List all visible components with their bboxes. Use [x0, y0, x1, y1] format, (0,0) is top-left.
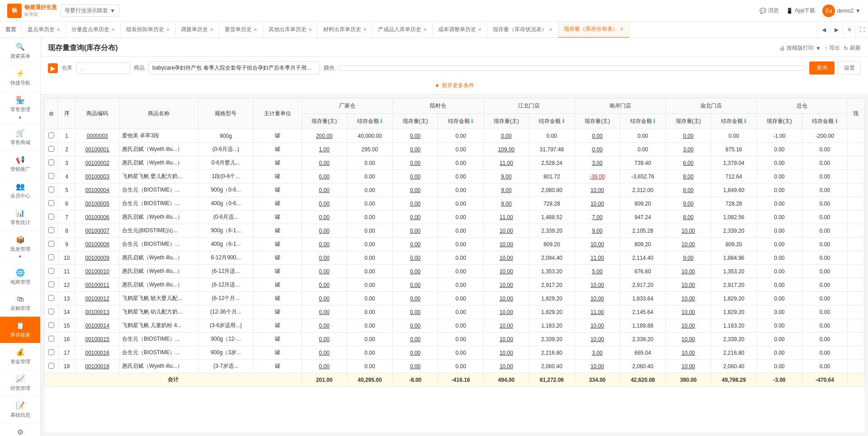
row-check[interactable]	[45, 197, 58, 211]
row-check[interactable]	[45, 224, 58, 238]
row-check[interactable]	[45, 143, 58, 156]
row-check[interactable]	[45, 156, 58, 170]
tab-next-btn[interactable]: ▶	[830, 22, 843, 38]
row-yuanbei-qty: 10.00	[665, 360, 711, 373]
export-icon: ↑	[825, 45, 827, 52]
row-unit: 罐	[254, 156, 302, 170]
row-check[interactable]	[45, 292, 58, 305]
row-check[interactable]	[45, 265, 58, 278]
tab-transfer[interactable]: 调拨单历史 ✕	[175, 22, 219, 38]
message-btn[interactable]: 💬 消息	[760, 7, 779, 14]
row-more	[848, 333, 864, 346]
tab-prev-btn[interactable]: ◀	[817, 22, 830, 38]
row-total-qty: 0.00	[757, 278, 802, 292]
sidebar-item-inventory[interactable]: 📋 库存核算	[0, 317, 40, 343]
row-nanbin-qty: -39.00	[575, 170, 620, 183]
tab-stock-status[interactable]: 现存量（库存状况表） ✕	[487, 22, 558, 38]
sidebar-item-search[interactable]: 🔍 搜索英单	[0, 38, 40, 65]
tab-stock-dist[interactable]: 现存量（库存分布表） ✕	[558, 22, 629, 38]
row-total-amt: 0.00	[802, 183, 848, 197]
close-icon[interactable]: ✕	[478, 27, 481, 32]
row-check[interactable]	[45, 305, 58, 319]
sidebar-item-shop[interactable]: 🛒 零售商城	[0, 124, 40, 151]
stat-icon: 📊	[16, 209, 25, 217]
row-check[interactable]	[45, 360, 58, 373]
row-jiangbei-qty: 11.00	[484, 156, 529, 170]
query-button[interactable]: 查询	[809, 61, 835, 75]
row-yuanbei-amt: 1,829.20	[711, 292, 757, 305]
sidebar-item-operations[interactable]: 📈 经营管理	[0, 370, 40, 397]
sidebar-item-purchase[interactable]: 🛍 采购管理	[0, 291, 40, 317]
expand-conditions-btn[interactable]: ▼ 展开更多条件	[434, 82, 474, 89]
tab-expand-btn[interactable]: ⛶	[855, 22, 868, 38]
sidebar-item-finance[interactable]: 💰 资金管理	[0, 343, 40, 370]
row-nanbin-amt: 2,339.20	[620, 333, 665, 346]
sidebar-item-retail-stat[interactable]: 📊 零售统计	[0, 204, 40, 231]
tab-close-btn[interactable]: ✕	[843, 22, 855, 38]
close-icon[interactable]: ✕	[111, 27, 115, 32]
row-check[interactable]	[45, 346, 58, 360]
row-village-amt: 0.00	[438, 129, 484, 143]
th-more: 现	[848, 98, 864, 129]
row-check[interactable]	[45, 211, 58, 224]
row-check[interactable]	[45, 129, 58, 143]
row-unit: 罐	[254, 292, 302, 305]
close-icon[interactable]: ✕	[620, 27, 623, 32]
sidebar-item-member[interactable]: 👥 会员中心	[0, 178, 40, 204]
refresh-btn[interactable]: ↻ 刷新	[844, 44, 861, 52]
row-factory-amt: 0.00	[347, 346, 392, 360]
close-icon[interactable]: ✕	[363, 27, 367, 32]
close-icon[interactable]: ✕	[423, 27, 427, 32]
tab-assemble[interactable]: 组装拆卸单历史 ✕	[121, 22, 175, 38]
close-icon[interactable]: ✕	[308, 27, 312, 32]
sidebar-item-retail[interactable]: 🏪 零售管理 ▲	[0, 91, 40, 124]
th-settings[interactable]: ⚙	[45, 98, 58, 129]
tab-product-in[interactable]: 产成品入库单历史 ✕	[373, 22, 433, 38]
sidebar-item-system[interactable]: ⚙ 系统管理	[0, 423, 40, 436]
sidebar-item-wholesale[interactable]: 📦 批发管理 ▼	[0, 231, 40, 264]
print-btn[interactable]: 🖨 按模版打印 ▼	[779, 44, 821, 52]
row-num: 1	[58, 129, 75, 143]
topbar: 畅 畅捷通好生意 标准版 母婴行业演示陈套 ▼ 💬 消息 📱 App下载 Ea …	[0, 0, 868, 22]
close-icon[interactable]: ✕	[549, 27, 552, 32]
tab-inventory-single[interactable]: 盘点单历史 ✕	[22, 22, 66, 38]
row-factory-amt: 0.00	[347, 170, 392, 183]
app-download-btn[interactable]: 📱 App下载	[786, 7, 815, 14]
row-check[interactable]	[45, 278, 58, 292]
tab-material-out[interactable]: 材料出库单历史 ✕	[318, 22, 373, 38]
print-icon: 🖨	[779, 45, 785, 52]
close-icon[interactable]: ✕	[254, 27, 257, 32]
row-check[interactable]	[45, 238, 58, 251]
tab-cost-adjust[interactable]: 成本调整单历史 ✕	[433, 22, 487, 38]
row-check[interactable]	[45, 319, 58, 333]
row-village-qty: 0.00	[392, 170, 438, 183]
shop-icon: 🛒	[16, 129, 25, 137]
row-check[interactable]	[45, 183, 58, 197]
row-check[interactable]	[45, 333, 58, 346]
tab-home[interactable]: 首页	[0, 22, 22, 38]
color-input[interactable]	[338, 66, 806, 71]
row-check[interactable]	[45, 170, 58, 183]
row-num: 18	[58, 360, 75, 373]
close-icon[interactable]: ✕	[210, 27, 213, 32]
tab-inventory-multi[interactable]: 分量盘点单历史 ✕	[66, 22, 121, 38]
sidebar-item-ecommerce[interactable]: 🌐 电商管理	[0, 264, 40, 291]
export-btn[interactable]: ↑ 导出	[825, 44, 840, 52]
sidebar-item-marketing[interactable]: 📢 营销推广	[0, 151, 40, 178]
warehouse-input[interactable]: ...	[76, 62, 130, 74]
row-jiangbei-qty: 10.00	[484, 360, 529, 373]
sidebar-item-quicknav[interactable]: ⚡ 快捷导航	[0, 65, 40, 91]
tab-other-out[interactable]: 其他出库单历史 ✕	[263, 22, 318, 38]
close-icon[interactable]: ✕	[57, 27, 60, 32]
user-info[interactable]: Ea demo2 ▼	[822, 5, 861, 17]
settings-button[interactable]: 设置	[838, 61, 861, 75]
close-icon[interactable]: ✕	[166, 27, 170, 32]
sidebar-item-basic[interactable]: 📝 基础信息	[0, 397, 40, 423]
row-nanbin-amt: -3,652.76	[620, 170, 665, 183]
row-check[interactable]	[45, 251, 58, 265]
product-input[interactable]: babycare孕妇待产包 春季入院全套母子组合孕妇产后冬季月子用品 22件套 …	[148, 61, 320, 75]
tab-demand[interactable]: 要货单历史 ✕	[219, 22, 263, 38]
industry-dropdown[interactable]: 母婴行业演示陈套 ▼	[61, 5, 119, 17]
filter-toggle-btn[interactable]: ▶	[48, 63, 58, 73]
th-name: 商品名称	[119, 98, 198, 129]
